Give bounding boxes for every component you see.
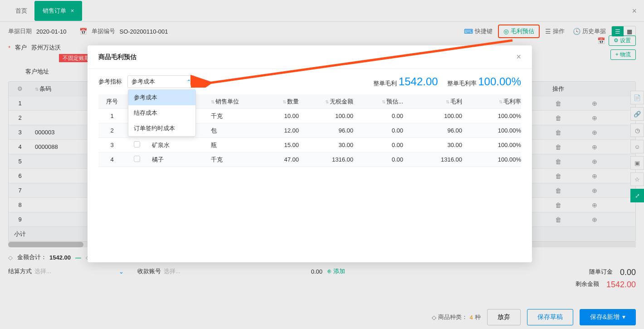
col-idx: 序号: [98, 98, 126, 106]
row-checkbox[interactable]: [134, 156, 140, 162]
col-qty[interactable]: ⇅数量: [253, 98, 302, 106]
modal-title: 商品毛利预估: [98, 53, 137, 61]
modal-filter-row: 参考指标 参考成本 ⌃ 参考成本 结存成本 订单签约时成本 整单毛利 1542.…: [88, 69, 532, 94]
filter-label: 参考指标: [98, 78, 122, 86]
modal-table-row: 4橘子千克47.001316.000.001316.00100.00%: [98, 152, 521, 167]
option-ref-cost[interactable]: 参考成本: [128, 90, 195, 105]
modal-table-row: 3矿泉水瓶15.0030.000.0030.00100.00%: [98, 138, 521, 152]
col-notax[interactable]: ⇅无税金额: [302, 98, 357, 106]
option-sign-cost[interactable]: 订单签约时成本: [128, 121, 195, 136]
col-rate[interactable]: ⇅毛利率: [466, 98, 525, 106]
sum-profit-label: 整单毛利: [373, 80, 397, 87]
ref-cost-select[interactable]: 参考成本 ⌃ 参考成本 结存成本 订单签约时成本: [127, 75, 195, 88]
ref-cost-dropdown: 参考成本 结存成本 订单签约时成本: [128, 89, 196, 137]
sum-rate-label: 整单毛利率: [447, 80, 477, 87]
row-checkbox[interactable]: [134, 141, 140, 147]
gross-profit-modal: 商品毛利预估 × 参考指标 参考成本 ⌃ 参考成本 结存成本 订单签约时成本 整…: [88, 45, 532, 262]
sum-rate-value: 100.00%: [478, 75, 521, 88]
col-est2[interactable]: ⇅预估...: [357, 98, 407, 106]
modal-header: 商品毛利预估 ×: [88, 45, 532, 69]
option-balance-cost[interactable]: 结存成本: [128, 105, 195, 121]
chevron-up-icon: ⌃: [186, 79, 191, 85]
modal-summary: 整单毛利 1542.00 整单毛利率 100.00%: [373, 75, 521, 88]
col-profit2[interactable]: ⇅毛利: [407, 98, 466, 106]
col-unit[interactable]: ⇅销售单位: [207, 98, 253, 106]
sum-profit-value: 1542.00: [399, 75, 438, 88]
select-value: 参考成本: [132, 78, 155, 86]
modal-close-icon[interactable]: ×: [516, 52, 521, 62]
